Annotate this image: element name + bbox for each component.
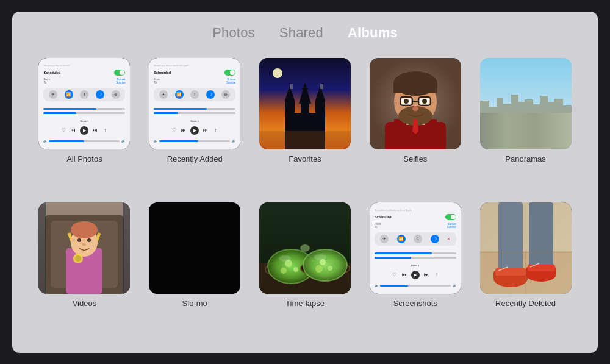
svg-rect-20 [393,84,437,93]
album-thumb-recently-deleted [480,202,572,294]
album-favorites[interactable]: Favorites [257,58,353,190]
svg-rect-43 [554,99,563,120]
svg-rect-85 [529,202,553,269]
svg-point-79 [279,255,291,262]
svg-point-78 [315,265,323,273]
tab-shared[interactable]: Shared [279,25,323,41]
album-label-screenshots: Screenshots [393,299,437,308]
album-slomo[interactable]: Slo-mo [147,202,243,335]
album-videos[interactable]: Videos [37,202,132,335]
svg-rect-47 [486,124,565,124]
svg-rect-44 [563,105,572,120]
svg-rect-9 [302,88,308,90]
svg-rect-63 [123,202,130,294]
svg-point-12 [273,68,282,78]
svg-rect-32 [480,119,572,149]
tab-bar: Photos Shared Albums [212,12,398,52]
albums-grid: Would you like to focus? Scheduled From … [12,52,598,353]
svg-rect-11 [320,84,323,89]
album-thumb-timelapse [259,202,351,294]
album-recently-added[interactable]: Would you like to focus all night? Sched… [147,58,243,190]
svg-point-81 [300,244,310,252]
svg-rect-39 [525,99,533,120]
svg-point-80 [314,254,326,260]
svg-point-57 [77,238,81,242]
album-panoramas[interactable]: Panoramas [478,58,573,190]
album-label-selfies: Selfies [403,154,427,163]
svg-point-56 [71,221,98,238]
album-thumb-favorites [259,58,351,149]
svg-rect-64 [149,202,240,294]
album-thumb-slomo [149,202,240,294]
album-thumb-all-photos: Would you like to focus? Scheduled From … [38,58,130,149]
album-recently-deleted[interactable]: Recently Deleted [478,202,573,335]
album-label-recently-added: Recently Added [167,154,223,163]
svg-rect-46 [480,120,572,121]
album-label-timelapse: Time-lapse [285,299,325,308]
tv-frame: Photos Shared Albums Would you like to f… [12,12,598,353]
svg-point-61 [75,255,81,262]
svg-rect-35 [497,98,503,120]
tab-albums[interactable]: Albums [348,25,398,41]
album-label-panoramas: Panoramas [505,154,545,163]
album-label-videos: Videos [73,299,97,308]
svg-rect-38 [518,102,525,120]
svg-rect-40 [533,104,540,120]
svg-rect-33 [480,101,489,120]
album-screenshots[interactable]: Scheduled notifications from Apple Sched… [367,202,463,335]
svg-point-25 [422,99,427,104]
svg-point-24 [404,99,409,104]
album-thumb-panoramas [480,58,572,149]
album-selfies[interactable]: Selfies [367,58,463,190]
album-thumb-screenshots: Scheduled notifications from Apple Sched… [370,202,461,294]
album-timelapse[interactable]: Time-lapse [257,202,353,335]
svg-rect-42 [548,102,554,120]
svg-rect-45 [480,116,572,120]
album-thumb-recently-added: Would you like to focus all night? Sched… [149,58,240,149]
svg-rect-41 [540,96,548,120]
svg-rect-13 [259,131,351,149]
album-all-photos[interactable]: Would you like to focus? Scheduled From … [37,58,132,190]
svg-point-59 [82,243,86,246]
svg-rect-88 [495,268,526,276]
album-label-all-photos: All Photos [66,154,102,163]
svg-point-29 [412,106,418,111]
svg-rect-34 [489,107,497,120]
album-thumb-videos [38,202,130,294]
album-label-favorites: Favorites [289,154,321,163]
album-label-slomo: Slo-mo [182,299,207,308]
svg-rect-62 [38,202,46,294]
svg-rect-10 [290,84,293,89]
svg-rect-36 [503,104,511,120]
album-label-recently-deleted: Recently Deleted [495,299,556,308]
svg-point-77 [328,266,332,271]
tab-photos[interactable]: Photos [212,25,255,41]
album-thumb-selfies [370,58,461,149]
svg-point-72 [281,268,287,274]
svg-rect-84 [498,202,523,276]
svg-point-58 [87,238,91,242]
svg-rect-91 [528,265,555,271]
svg-point-71 [293,267,298,272]
svg-rect-37 [511,95,518,120]
